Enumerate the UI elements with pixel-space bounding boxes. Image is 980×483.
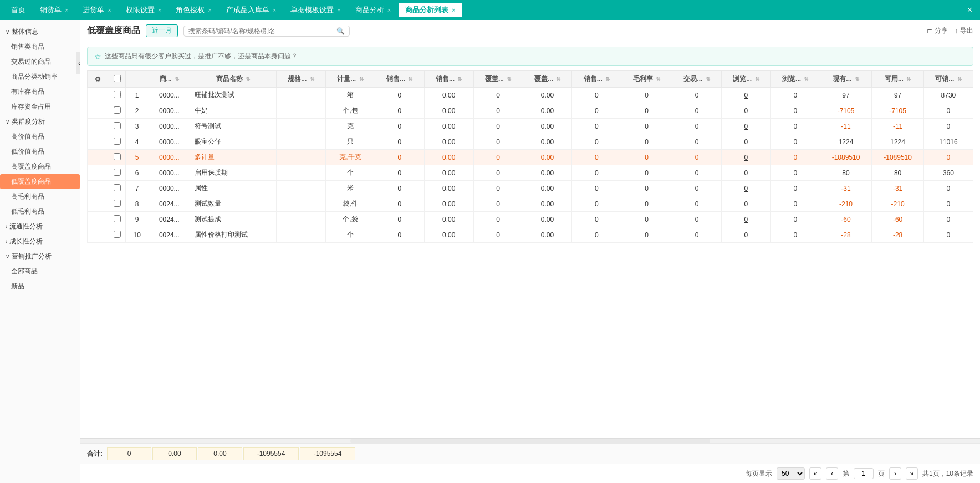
sidebar-group-cluster[interactable]: ∨ 类群度分析 [0, 114, 80, 129]
close-icon[interactable]: × [452, 7, 455, 13]
close-all-button[interactable]: × [964, 4, 976, 16]
sidebar-item-high-margin[interactable]: 高毛利商品 [0, 189, 80, 204]
sidebar-group-circulation[interactable]: › 流通性分析 [0, 219, 80, 234]
close-icon[interactable]: × [337, 7, 340, 13]
row-checkbox-cell[interactable] [109, 103, 125, 119]
page-size-select[interactable]: 50 100 200 [777, 467, 805, 480]
sales3-column-header[interactable]: 销售... ⇅ [572, 71, 621, 88]
browse2-column-header[interactable]: 浏览... ⇅ [770, 71, 820, 88]
horizontal-scrollbar[interactable] [80, 438, 980, 443]
close-icon[interactable]: × [387, 7, 391, 13]
settings-icon[interactable]: ⚙ [95, 75, 101, 83]
nav-item-purchase[interactable]: 进货单 × [76, 3, 118, 17]
row-browse1[interactable]: 0 [721, 227, 770, 243]
checkbox-column-header[interactable] [109, 71, 125, 88]
nav-item-home[interactable]: 首页 [4, 3, 32, 17]
row-browse1[interactable]: 0 [721, 134, 770, 150]
sidebar-item-all-goods[interactable]: 全部商品 [0, 264, 80, 279]
sidebar-group-overall[interactable]: ∨ 整体信息 [0, 24, 80, 39]
sales2-column-header[interactable]: 销售... ⇅ [424, 71, 473, 88]
code-column-header[interactable]: 商... ⇅ [149, 71, 190, 88]
sidebar-item-low-margin[interactable]: 低毛利商品 [0, 204, 80, 219]
row-name[interactable]: 多计量 [190, 150, 276, 165]
stock2-column-header[interactable]: 可用... ⇅ [872, 71, 924, 88]
search-input[interactable] [188, 27, 334, 35]
row-browse1[interactable]: 0 [721, 119, 770, 134]
export-button[interactable]: ↑ 导出 [955, 26, 973, 35]
settings-column-header[interactable]: ⚙ [88, 71, 109, 88]
search-icon[interactable]: 🔍 [336, 27, 345, 35]
name-column-header[interactable]: 商品名称 ⇅ [190, 71, 276, 88]
share-button[interactable]: ⊏ 分享 [927, 26, 948, 35]
sidebar-item-high-coverage[interactable]: 高覆盖度商品 [0, 159, 80, 174]
next-page-button[interactable]: › [889, 467, 901, 480]
row-checkbox[interactable] [114, 231, 121, 238]
unit-column-header[interactable]: 计量... ⇅ [325, 71, 375, 88]
sidebar-item-sales-goods[interactable]: 销售类商品 [0, 39, 80, 54]
row-checkbox-cell[interactable] [109, 196, 125, 212]
sidebar-group-marketing[interactable]: ∨ 营销推广分析 [0, 249, 80, 264]
sidebar-item-low-value[interactable]: 低价值商品 [0, 144, 80, 159]
close-icon[interactable]: × [65, 7, 68, 13]
sidebar-item-traded-goods[interactable]: 交易过的商品 [0, 54, 80, 69]
row-checkbox-cell[interactable] [109, 181, 125, 196]
row-checkbox-cell[interactable] [109, 119, 125, 134]
row-name[interactable]: 旺辅批次测试 [190, 88, 276, 103]
stock1-column-header[interactable]: 现有... ⇅ [820, 71, 872, 88]
row-checkbox-cell[interactable] [109, 227, 125, 243]
row-name[interactable]: 符号测试 [190, 119, 276, 134]
row-checkbox[interactable] [114, 91, 121, 98]
row-checkbox[interactable] [114, 215, 121, 222]
row-browse1[interactable]: 0 [721, 165, 770, 181]
nav-item-template[interactable]: 单据模板设置 × [284, 3, 347, 17]
row-checkbox[interactable] [114, 122, 121, 129]
row-checkbox-cell[interactable] [109, 134, 125, 150]
sidebar-collapse-button[interactable]: « [76, 52, 80, 74]
sidebar-item-category-rate[interactable]: 商品分类动销率 [0, 69, 80, 84]
row-checkbox[interactable] [114, 200, 121, 207]
row-name[interactable]: 测试提成 [190, 212, 276, 227]
sidebar-item-low-coverage[interactable]: 低覆盖度商品 [0, 174, 80, 189]
row-checkbox-cell[interactable] [109, 88, 125, 103]
nav-item-analysis[interactable]: 商品分析 × [349, 3, 397, 17]
nav-item-analysis-list[interactable]: 商品分析列表 × [399, 3, 462, 17]
page-number-input[interactable] [854, 468, 874, 479]
sidebar-group-growth[interactable]: › 成长性分析 [0, 234, 80, 249]
close-icon[interactable]: × [158, 7, 161, 13]
browse1-column-header[interactable]: 浏览... ⇅ [721, 71, 770, 88]
gross-column-header[interactable]: 毛利率 ⇅ [621, 71, 672, 88]
close-icon[interactable]: × [273, 7, 276, 13]
close-icon[interactable]: × [108, 7, 111, 13]
time-filter-button[interactable]: 近一月 [146, 24, 178, 37]
last-page-button[interactable]: » [906, 467, 918, 480]
row-name[interactable]: 眼宝公仔 [190, 134, 276, 150]
row-checkbox[interactable] [114, 153, 121, 160]
trade-column-header[interactable]: 交易... ⇅ [672, 71, 722, 88]
row-name[interactable]: 属性 [190, 181, 276, 196]
row-name[interactable]: 属性价格打印测试 [190, 227, 276, 243]
row-checkbox[interactable] [114, 184, 121, 191]
sales1-column-header[interactable]: 销售... ⇅ [375, 71, 424, 88]
sidebar-item-high-value[interactable]: 高价值商品 [0, 129, 80, 144]
sidebar-item-in-stock[interactable]: 有库存商品 [0, 84, 80, 99]
row-browse1[interactable]: 0 [721, 88, 770, 103]
nav-item-permissions[interactable]: 权限设置 × [119, 3, 168, 17]
row-name[interactable]: 启用保质期 [190, 165, 276, 181]
row-name[interactable]: 牛奶 [190, 103, 276, 119]
cover1-column-header[interactable]: 覆盖... ⇅ [473, 71, 523, 88]
row-checkbox[interactable] [114, 138, 121, 145]
row-checkbox-cell[interactable] [109, 165, 125, 181]
select-all-checkbox[interactable] [114, 75, 121, 82]
sidebar-item-capital[interactable]: 库存资金占用 [0, 99, 80, 114]
row-browse1[interactable]: 0 [721, 181, 770, 196]
cover2-column-header[interactable]: 覆盖... ⇅ [523, 71, 572, 88]
sellable-column-header[interactable]: 可销... ⇅ [923, 71, 973, 88]
sidebar-item-new-goods[interactable]: 新品 [0, 279, 80, 294]
prev-page-button[interactable]: ‹ [826, 467, 838, 480]
spec-column-header[interactable]: 规格... ⇅ [277, 71, 326, 88]
row-browse1[interactable]: 0 [721, 150, 770, 165]
row-checkbox-cell[interactable] [109, 212, 125, 227]
row-checkbox-cell[interactable] [109, 150, 125, 165]
row-name[interactable]: 测试数量 [190, 196, 276, 212]
first-page-button[interactable]: « [809, 467, 821, 480]
